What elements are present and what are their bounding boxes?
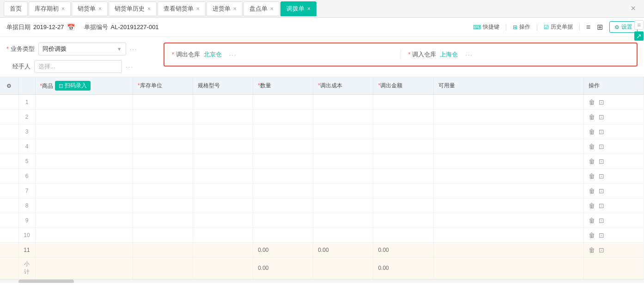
horizontal-scrollbar[interactable]	[0, 279, 644, 283]
tab-home[interactable]: 首页	[4, 1, 28, 16]
cell-product[interactable]	[35, 228, 133, 243]
close-tab-6[interactable]: ×	[270, 6, 273, 12]
row-num: 5	[18, 154, 35, 169]
handler-field: 经手人 选择... ···	[6, 60, 154, 73]
close-tab-1[interactable]: ×	[61, 6, 65, 12]
copy-icon[interactable]: ⊡	[599, 113, 604, 121]
delete-icon[interactable]: 🗑	[589, 232, 595, 239]
tab-sales-order[interactable]: 销货单 ×	[72, 1, 108, 16]
cell-qty[interactable]	[253, 213, 313, 228]
operations-action[interactable]: ⊞ 操作	[513, 23, 530, 31]
cell-available	[433, 213, 583, 228]
grid-view-icon[interactable]: ⊞	[597, 23, 603, 31]
cell-product[interactable]	[35, 110, 133, 124]
close-tab-4[interactable]: ×	[196, 6, 200, 12]
cell-qty[interactable]	[253, 139, 313, 154]
copy-icon[interactable]: ⊡	[599, 172, 604, 180]
delete-icon[interactable]: 🗑	[589, 98, 595, 106]
cell-unit	[133, 169, 193, 183]
sidebar-list-icon[interactable]: ≡	[634, 20, 644, 30]
handler-more-icon[interactable]: ···	[126, 63, 134, 70]
tab-purchase[interactable]: 进货单 ×	[207, 1, 243, 16]
list-view-icon[interactable]: ≡	[586, 23, 590, 31]
delete-icon[interactable]: 🗑	[589, 202, 595, 209]
shortcut-action[interactable]: ⌨ 快捷键	[473, 23, 499, 31]
delete-icon[interactable]: 🗑	[589, 143, 595, 150]
row-gear	[0, 169, 18, 183]
history-action[interactable]: ☑ 历史单据	[544, 23, 573, 31]
copy-icon[interactable]: ⊡	[599, 128, 604, 135]
target-wh-value[interactable]: 上海仓	[440, 50, 458, 59]
copy-icon[interactable]: ⊡	[599, 246, 604, 254]
cell-qty[interactable]	[253, 110, 313, 124]
gear-icon[interactable]: ⚙	[6, 83, 12, 89]
cell-product[interactable]	[35, 198, 133, 213]
sidebar-expand-icon[interactable]: ↗	[634, 31, 644, 41]
tab-stocktake[interactable]: 盘点单 ×	[243, 1, 279, 16]
delete-icon[interactable]: 🗑	[589, 158, 595, 165]
cell-product[interactable]	[35, 213, 133, 228]
copy-icon[interactable]: ⊡	[599, 158, 604, 165]
tab-view-sales[interactable]: 查看销货单 ×	[158, 1, 206, 16]
table-body: 1 🗑 ⊡ 2 🗑 ⊡ 3	[0, 95, 644, 279]
cell-product[interactable]	[35, 124, 133, 139]
copy-icon[interactable]: ⊡	[599, 217, 604, 224]
cell-qty[interactable]	[253, 95, 313, 110]
date-value[interactable]: 2019-12-27	[33, 24, 64, 31]
biz-type-select[interactable]: 同价调拨 ▼	[38, 43, 126, 55]
table-row: 7 🗑 ⊡	[0, 183, 644, 198]
table-row: 10 🗑 ⊡	[0, 228, 644, 243]
source-wh-more-icon[interactable]: ···	[229, 51, 237, 58]
copy-icon[interactable]: ⊡	[599, 98, 604, 106]
tab-inventory-init[interactable]: 库存期初 ×	[29, 1, 71, 16]
cell-qty[interactable]	[253, 183, 313, 198]
copy-icon[interactable]: ⊡	[599, 202, 604, 209]
delete-icon[interactable]: 🗑	[589, 128, 595, 135]
tab-sales-history[interactable]: 销货单历史 ×	[109, 1, 157, 16]
cell-qty[interactable]	[253, 198, 313, 213]
cell-amount	[373, 228, 433, 243]
copy-icon[interactable]: ⊡	[599, 187, 604, 195]
cell-spec	[193, 110, 253, 124]
cell-qty[interactable]	[253, 169, 313, 183]
target-warehouse-field: * 调入仓库 上海仓 ···	[408, 50, 630, 59]
delete-icon[interactable]: 🗑	[589, 113, 595, 121]
source-wh-value[interactable]: 北京仓	[204, 50, 222, 59]
cell-product[interactable]	[35, 95, 133, 110]
biz-type-more-icon[interactable]: ···	[130, 46, 138, 53]
subtotal-qty-2: 0.00	[253, 257, 313, 279]
scrollbar-thumb[interactable]	[18, 280, 74, 283]
scan-btn[interactable]: ⊡ 扫码录入	[55, 81, 91, 91]
settings-button[interactable]: ⚙ 设置	[609, 21, 638, 33]
delete-icon[interactable]: 🗑	[589, 172, 595, 180]
target-wh-more-icon[interactable]: ···	[465, 51, 473, 58]
handler-select[interactable]: 选择...	[34, 60, 122, 73]
toolbar-divider-2	[537, 24, 537, 31]
cell-qty[interactable]	[253, 154, 313, 169]
cell-product[interactable]	[35, 169, 133, 183]
close-tab-2[interactable]: ×	[98, 6, 102, 12]
tab-transfer[interactable]: 调拨单 ×	[280, 1, 316, 16]
cell-product[interactable]	[35, 139, 133, 154]
cell-ops: 🗑 ⊡	[583, 139, 644, 154]
cell-ops: 🗑 ⊡	[583, 169, 644, 183]
close-tab-7[interactable]: ×	[307, 6, 310, 12]
delete-icon[interactable]: 🗑	[589, 217, 595, 224]
form-area: * 业务类型 同价调拨 ▼ ··· 经手人 选择... ··· * 调出仓库 北…	[0, 37, 644, 77]
th-ops: 操作	[583, 77, 644, 95]
gear-header[interactable]: ⚙	[0, 77, 18, 95]
cell-product[interactable]	[35, 183, 133, 198]
cell-available	[433, 124, 583, 139]
close-all-tabs[interactable]: ×	[626, 4, 640, 13]
copy-icon[interactable]: ⊡	[599, 232, 604, 239]
close-tab-3[interactable]: ×	[147, 6, 151, 12]
delete-icon[interactable]: 🗑	[589, 187, 595, 195]
copy-icon[interactable]: ⊡	[599, 143, 604, 150]
calendar-icon[interactable]: 📅	[67, 24, 75, 31]
warehouse-section: * 调出仓库 北京仓 ··· * 调入仓库 上海仓 ···	[164, 43, 638, 67]
delete-icon[interactable]: 🗑	[589, 246, 595, 254]
close-tab-5[interactable]: ×	[233, 6, 237, 12]
cell-product[interactable]	[35, 154, 133, 169]
cell-qty[interactable]	[253, 124, 313, 139]
cell-qty[interactable]	[253, 228, 313, 243]
